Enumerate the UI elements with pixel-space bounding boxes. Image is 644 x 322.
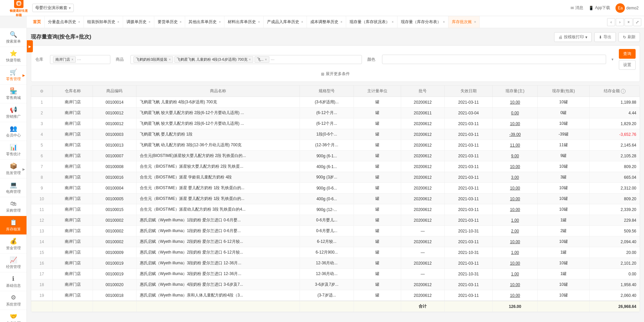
nav-tab-1[interactable]: 分量盘点单历史 × [45, 16, 84, 28]
nav-tab-2-close[interactable]: × [117, 20, 119, 24]
nav-tab-5[interactable]: 其他出库单历史 × [185, 16, 224, 28]
warehouse-more-icon[interactable]: ··· [77, 57, 81, 62]
sidebar-item-purchase[interactable]: 🛍 采购管理 [0, 197, 26, 216]
cell-qty-main[interactable]: 9.00 [492, 151, 537, 161]
nav-tab-3-close[interactable]: × [149, 20, 151, 24]
product-more-icon[interactable]: ··· [271, 57, 275, 62]
nav-tab-2[interactable]: 组装拆卸单历史 × [84, 16, 123, 28]
cell-qty-main[interactable]: 1.00 [492, 215, 537, 226]
product-input-wrap[interactable]: 飞鹤奶粉3段两提装 × 飞鹤星飞帆 儿童奶粉 4段(3-6岁适用) 700克 ×… [130, 55, 362, 64]
warehouse-selector[interactable]: 母婴行业演示账套 ▾ [32, 4, 74, 12]
cell-qty-pack: 10罐 [538, 204, 590, 215]
nav-tab-6[interactable]: 材料出库单历史 × [224, 16, 264, 28]
sidebar-item-wholesale[interactable]: 📦 批发管理 ▶ [0, 160, 26, 178]
color-input[interactable] [382, 55, 606, 64]
print-btn[interactable]: 🖨 按模板打印 ▾ [554, 32, 592, 42]
sidebar-item-retail[interactable]: 🛒 零售管理 ▶ [0, 66, 26, 85]
nav-tab-10-close[interactable]: × [443, 20, 445, 24]
cell-qty-main[interactable]: 10.00 [492, 97, 537, 108]
cell-qty-main[interactable]: -39.00 [492, 129, 537, 140]
warehouse-tag-close[interactable]: × [71, 58, 73, 61]
nav-tab-7[interactable]: 产成品入库单历史 × [264, 16, 307, 28]
nav-tab-7-close[interactable]: × [301, 20, 303, 24]
sidebar-item-quicknav[interactable]: ⭐ 快捷导航 [0, 47, 26, 66]
expand-conditions-btn[interactable]: ⊞ 展开更多条件 [35, 70, 636, 78]
sidebar-item-shop[interactable]: 🏪 零售商城 [0, 85, 26, 103]
cell-qty-main[interactable]: 10.00 [492, 258, 537, 269]
sidebar-item-system[interactable]: ⚙ 系统管理 [0, 291, 26, 310]
sidebar-item-search[interactable]: 🔍 搜索菜单 [0, 28, 26, 47]
nav-tab-home[interactable]: 首页 [30, 16, 45, 28]
nav-arrows: ‹ › × ⤢ [607, 18, 641, 26]
balance-info-icon[interactable]: i [621, 89, 626, 94]
page-header: 现存量查询(按仓库+批次) 🖨 按模板打印 ▾ ⬇ 导出 ↻ 刷新 [31, 32, 640, 42]
cell-qty-main[interactable]: 1.00 [492, 269, 537, 279]
product-tag-3-close[interactable]: × [265, 58, 267, 61]
nav-fullscreen-btn[interactable]: ⤢ [633, 18, 641, 26]
product-tag-2-close[interactable]: × [249, 58, 251, 61]
message-btn[interactable]: ✉ 消息 [571, 5, 583, 11]
nav-tab-9[interactable]: 现存量（库存状况表） × [346, 16, 397, 28]
sidebar-expand-btn[interactable]: ▶ [27, 40, 33, 52]
sidebar-item-marketing[interactable]: 📢 营销推广 [0, 103, 26, 122]
nav-tab-3[interactable]: 调拨单历史 × [123, 16, 154, 28]
warehouse-input-wrap[interactable]: 南岸门店 × ··· [50, 55, 110, 64]
sidebar-item-basic-info[interactable]: ℹ 基础信息 [0, 272, 26, 291]
cell-code: 00100002 [93, 226, 137, 236]
product-tag-1[interactable]: 飞鹤奶粉3段两提装 × [133, 56, 173, 63]
nav-tab-10[interactable]: 现存量（库存分布表） × [397, 16, 449, 28]
nav-close-all-btn[interactable]: × [625, 18, 633, 26]
cell-qty-main[interactable]: 10.00 [492, 290, 537, 301]
sidebar-item-finance[interactable]: 💰 资金管理 [0, 235, 26, 254]
nav-tab-11[interactable]: 库存批次账 × [448, 16, 480, 28]
nav-next-btn[interactable]: › [616, 18, 624, 26]
cell-qty-main[interactable]: 11.00 [492, 140, 537, 151]
product-tag-3[interactable]: 飞... × [255, 56, 269, 63]
cell-warehouse: 南岸门店 [53, 279, 93, 290]
color-dropdown-arrow[interactable]: ▾ [611, 57, 613, 62]
product-tag-3-text: 飞... [257, 57, 264, 62]
cell-spec: 900g (6-1... [300, 151, 354, 161]
table-row: 17 南岸门店 00100019 惠氏启赋（Wyeth illuma）3段奶粉 … [31, 269, 640, 279]
user-area[interactable]: Ea demo2 [615, 3, 639, 13]
cell-expire: 2021-03-11 [444, 183, 492, 194]
cell-qty-main[interactable]: 10.00 [492, 194, 537, 204]
sidebar-item-member[interactable]: 👥 会员中心 [0, 122, 26, 141]
app-download-btn[interactable]: 📱 App下载 [589, 5, 610, 11]
nav-tab-11-close[interactable]: × [474, 20, 476, 24]
sidebar-item-inventory[interactable]: 📋 库存核算 [0, 216, 26, 235]
cell-qty-main[interactable]: 10.00 [492, 161, 537, 172]
warehouse-tag[interactable]: 南岸门店 × [53, 56, 76, 63]
nav-tab-8-close[interactable]: × [340, 20, 342, 24]
search-btn[interactable]: 查询 [619, 49, 636, 59]
sidebar-item-collab[interactable]: 🤝 企业协同 [0, 310, 26, 322]
nav-tab-6-label: 材料出库单历史 [228, 19, 256, 25]
nav-tab-6-close[interactable]: × [258, 20, 260, 24]
cell-qty-main[interactable]: 10.00 [492, 279, 537, 290]
refresh-btn[interactable]: ↻ 刷新 [619, 32, 640, 42]
sidebar-item-ecommerce[interactable]: 💻 电商管理 [0, 178, 26, 197]
cell-code: 00100012 [93, 108, 137, 118]
nav-tab-9-close[interactable]: × [392, 20, 394, 24]
settings-col-icon[interactable]: ⚙ [39, 89, 45, 94]
product-tag-1-close[interactable]: × [169, 58, 171, 61]
settings-filter-btn[interactable]: 设置 [619, 60, 636, 70]
nav-tab-5-close[interactable]: × [219, 20, 221, 24]
cell-qty-main[interactable]: 10.00 [492, 204, 537, 215]
sidebar-item-management[interactable]: 📈 经营管理 [0, 254, 26, 272]
cell-qty-main[interactable]: 10.00 [492, 236, 537, 247]
cell-qty-main[interactable]: 0.00 [492, 108, 537, 118]
nav-tab-8[interactable]: 成本调整单历史 × [307, 16, 346, 28]
sidebar-item-retail-stats[interactable]: 📊 零售统计 [0, 141, 26, 160]
cell-qty-main[interactable]: 3.00 [492, 172, 537, 183]
cell-qty-main[interactable]: 10.00 [492, 183, 537, 194]
cell-qty-main[interactable]: 10.00 [492, 118, 537, 129]
nav-prev-btn[interactable]: ‹ [607, 18, 615, 26]
product-tag-2[interactable]: 飞鹤星飞帆 儿童奶粉 4段(3-6岁适用) 700克 × [174, 56, 253, 63]
export-btn[interactable]: ⬇ 导出 [594, 32, 616, 42]
cell-qty-main[interactable]: 1.00 [492, 247, 537, 258]
nav-tab-4[interactable]: 要货单历史 × [154, 16, 185, 28]
nav-tab-4-close[interactable]: × [180, 20, 182, 24]
cell-qty-main[interactable]: 2.00 [492, 226, 537, 236]
nav-tab-1-close[interactable]: × [78, 20, 80, 24]
